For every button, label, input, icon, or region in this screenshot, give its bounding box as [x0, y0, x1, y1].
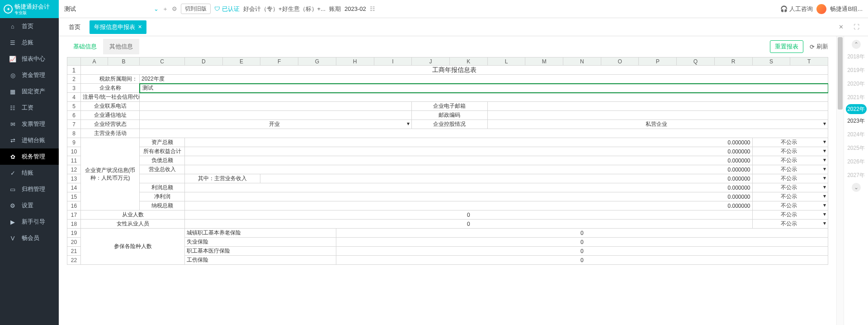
- sidebar-item-close[interactable]: ✓ 结账: [0, 165, 59, 181]
- settings-icon[interactable]: ⚙: [172, 5, 177, 12]
- close-all-tabs-button[interactable]: ✕: [835, 22, 846, 33]
- metric-value[interactable]: 0.000000: [185, 201, 753, 210]
- col-header[interactable]: C: [140, 57, 185, 66]
- sidebar-item-asset[interactable]: ▦ 固定资产: [0, 83, 59, 100]
- sidebar-item-tax[interactable]: ✿ 税务管理: [0, 148, 59, 165]
- chevron-down-icon[interactable]: ⌄: [154, 5, 159, 12]
- public-select[interactable]: 不公示▾: [752, 183, 828, 192]
- col-header[interactable]: J: [412, 57, 450, 66]
- sidebar-item-inventory[interactable]: ⇄ 进销台账: [0, 132, 59, 148]
- col-header[interactable]: S: [752, 57, 790, 66]
- year-option[interactable]: 2020年: [846, 77, 867, 91]
- metric-value[interactable]: 0.000000: [185, 156, 753, 165]
- reg-input[interactable]: [140, 93, 828, 102]
- refresh-button[interactable]: ⟳ 刷新: [810, 43, 828, 51]
- public-select[interactable]: 不公示▾: [752, 138, 828, 147]
- calendar-icon[interactable]: ☷: [370, 5, 375, 12]
- col-header[interactable]: K: [449, 57, 487, 66]
- email-input[interactable]: [487, 102, 828, 111]
- add-company-button[interactable]: ＋: [162, 5, 168, 13]
- col-header[interactable]: P: [639, 57, 677, 66]
- year-option[interactable]: 2024年: [846, 128, 867, 141]
- insurance-value[interactable]: 0: [336, 229, 828, 238]
- insurance-value[interactable]: 0: [336, 256, 828, 265]
- spreadsheet[interactable]: ABCDEFGHIJKLMNOPQRST 1工商年报信息表2税款所属期间：202…: [67, 57, 828, 265]
- public-select[interactable]: 不公示▾: [752, 165, 828, 174]
- public-select[interactable]: 不公示▾: [752, 220, 828, 229]
- row-number[interactable]: 1: [67, 66, 81, 75]
- row-number[interactable]: 16: [67, 201, 81, 210]
- public-select[interactable]: 不公示▾: [752, 174, 828, 183]
- col-header[interactable]: D: [185, 57, 223, 66]
- zip-input[interactable]: [487, 111, 828, 120]
- year-option[interactable]: 2027年: [846, 168, 867, 182]
- col-header[interactable]: G: [298, 57, 336, 66]
- row-number[interactable]: 14: [67, 183, 81, 192]
- year-option[interactable]: 2025年: [846, 141, 867, 155]
- col-header[interactable]: E: [222, 57, 260, 66]
- year-option[interactable]: 2021年: [846, 91, 867, 104]
- row-number[interactable]: 13: [67, 174, 81, 183]
- user-name[interactable]: 畅捷通B组...: [830, 5, 863, 13]
- addr-input[interactable]: [140, 111, 412, 120]
- row-number[interactable]: 10: [67, 147, 81, 156]
- col-header[interactable]: F: [260, 57, 298, 66]
- metric-value[interactable]: 0.000000: [185, 138, 753, 147]
- year-down-button[interactable]: ⌄: [852, 183, 861, 192]
- year-option[interactable]: 2018年: [846, 50, 867, 63]
- row-number[interactable]: 21: [67, 247, 81, 256]
- col-header[interactable]: I: [374, 57, 412, 66]
- col-header[interactable]: A: [81, 57, 108, 66]
- year-option[interactable]: 2023年: [846, 114, 867, 128]
- sidebar-item-report[interactable]: 📈 报表中心: [0, 51, 59, 67]
- row-number[interactable]: 9: [67, 138, 81, 147]
- year-option[interactable]: 2022年: [846, 104, 867, 114]
- row-number[interactable]: 6: [67, 111, 81, 120]
- row-number[interactable]: 4: [67, 93, 81, 102]
- sidebar-item-home[interactable]: ⌂ 首页: [0, 18, 59, 34]
- row-number[interactable]: 2: [67, 75, 81, 84]
- year-option[interactable]: 2019年: [846, 63, 867, 77]
- mainbiz-input[interactable]: [140, 129, 828, 138]
- public-select[interactable]: 不公示▾: [752, 192, 828, 201]
- row-number[interactable]: 22: [67, 256, 81, 265]
- col-header[interactable]: N: [563, 57, 601, 66]
- public-select[interactable]: 不公示▾: [752, 201, 828, 210]
- sidebar-item-archive[interactable]: ▭ 归档管理: [0, 181, 59, 197]
- tax-period-value[interactable]: 2022年度: [140, 75, 828, 84]
- row-number[interactable]: 7: [67, 120, 81, 129]
- col-header[interactable]: L: [487, 57, 525, 66]
- row-number[interactable]: 18: [67, 220, 81, 229]
- col-header[interactable]: B: [108, 57, 140, 66]
- sidebar-item-fund[interactable]: ◎ 资金管理: [0, 67, 59, 83]
- row-number[interactable]: 19: [67, 229, 81, 238]
- company-selector[interactable]: 测试: [64, 5, 150, 13]
- fullscreen-button[interactable]: ⛶: [851, 22, 862, 33]
- col-header[interactable]: T: [790, 57, 828, 66]
- row-number[interactable]: 15: [67, 192, 81, 201]
- col-header[interactable]: H: [336, 57, 374, 66]
- row-number[interactable]: 11: [67, 156, 81, 165]
- sidebar-item-guide[interactable]: ▶ 新手引导: [0, 214, 59, 230]
- row-number[interactable]: 17: [67, 210, 81, 220]
- col-header[interactable]: M: [525, 57, 563, 66]
- row-number[interactable]: 12: [67, 165, 81, 174]
- holding-select[interactable]: 私营企业▾: [487, 120, 828, 129]
- public-select[interactable]: 不公示▾: [752, 210, 828, 220]
- sidebar-item-salary[interactable]: ☷ 工资: [0, 100, 59, 116]
- row-number[interactable]: 5: [67, 102, 81, 111]
- col-header[interactable]: Q: [677, 57, 715, 66]
- sidebar-item-vip[interactable]: V 畅会员: [0, 230, 59, 246]
- metric-value[interactable]: 0.000000: [260, 174, 752, 183]
- phone-input[interactable]: [140, 102, 412, 111]
- insurance-value[interactable]: 0: [336, 238, 828, 247]
- row-number[interactable]: 20: [67, 238, 81, 247]
- close-icon[interactable]: ✕: [138, 24, 142, 30]
- col-header[interactable]: R: [714, 57, 752, 66]
- metric-value[interactable]: 0.000000: [185, 183, 753, 192]
- switch-old-version-button[interactable]: 切到旧版: [181, 4, 211, 14]
- col-header[interactable]: O: [601, 57, 639, 66]
- year-up-button[interactable]: ⌃: [852, 40, 861, 49]
- avatar[interactable]: [816, 4, 826, 14]
- employees-value[interactable]: 0: [185, 210, 753, 220]
